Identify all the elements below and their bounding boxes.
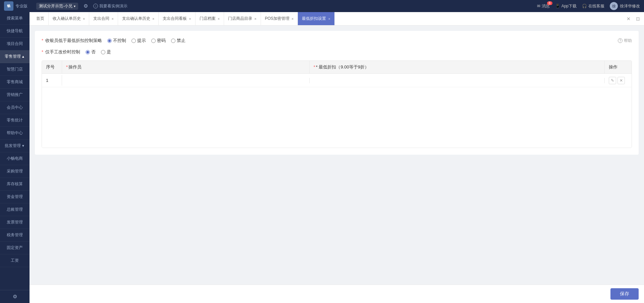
customer-service-tool[interactable]: 🎧 在线客服 xyxy=(582,3,604,9)
policy-radio-3[interactable] xyxy=(171,39,175,43)
project-selector[interactable]: 测试分开示范-小兄 ▾ xyxy=(36,3,78,10)
sidebar-item-6[interactable]: 营销推广 xyxy=(0,89,30,101)
cell-seq-0: 1 xyxy=(42,75,62,86)
main-layout: 搜索菜单快捷导航项目合同零售管理▲智慧门店零售商城营销推广会员中心零售统计帮助中… xyxy=(0,12,644,303)
tab-0[interactable]: 首页 xyxy=(32,12,49,26)
manual-radio-0[interactable] xyxy=(86,50,90,54)
tab-bar: 首页收入确认单历史×支出合同×支出确认单历史×支出合同看板×门店档案×门店商品目… xyxy=(30,12,644,26)
manual-radio-1[interactable] xyxy=(101,50,105,54)
logo-icon: 畅 xyxy=(4,1,13,11)
avatar: 徐 xyxy=(610,2,618,10)
sidebar-item-16[interactable]: 发票管理 xyxy=(0,216,30,229)
policy-option-1[interactable]: 提示 xyxy=(131,38,146,44)
policy-label: * 收银员低于最低折扣控制策略 xyxy=(42,38,102,44)
sidebar-item-19[interactable]: 工资 xyxy=(0,254,30,267)
tab-1[interactable]: 收入确认单历史× xyxy=(49,12,89,26)
cell-discount-0 xyxy=(310,78,605,83)
sidebar-item-7[interactable]: 会员中心 xyxy=(0,101,30,114)
sidebar-item-1[interactable]: 快捷导航 xyxy=(0,25,30,38)
manual-option-0[interactable]: 否 xyxy=(86,49,96,55)
tab-label-0: 首页 xyxy=(36,16,44,21)
tab-3[interactable]: 支出确认单历史× xyxy=(118,12,159,26)
sidebar-item-14[interactable]: 资金管理 xyxy=(0,191,30,203)
col-discount-header: * 最低折扣（9.00等于9折） xyxy=(310,61,605,73)
help-link[interactable]: ? 帮助 xyxy=(618,38,632,44)
sidebar-item-9[interactable]: 帮助中心 xyxy=(0,127,30,140)
sidebar-item-12[interactable]: 采购管理 xyxy=(0,165,30,178)
manual-option-1[interactable]: 是 xyxy=(101,49,111,55)
sidebar-item-0[interactable]: 搜索菜单 xyxy=(0,12,30,25)
tab-close-icon-2[interactable]: × xyxy=(111,17,113,21)
table-empty-area xyxy=(42,87,632,148)
tab-close-icon-5[interactable]: × xyxy=(218,17,220,21)
policy-row: * 收银员低于最低折扣控制策略 不控制提示密码禁止 ? 帮助 xyxy=(42,38,632,44)
policy-radio-0[interactable] xyxy=(107,39,112,43)
tab-5[interactable]: 门店档案× xyxy=(196,12,224,26)
settings-form-card: * 收银员低于最低折扣控制策略 不控制提示密码禁止 ? 帮助 * 仅手工改价时控… xyxy=(35,31,639,155)
user-menu[interactable]: 徐 徐泽华修改 xyxy=(610,2,640,10)
save-button[interactable]: 保存 xyxy=(610,288,639,300)
manual-row: * 仅手工改价时控制 否是 xyxy=(42,49,632,55)
message-badge: 8 xyxy=(547,1,552,5)
policy-option-label-1: 提示 xyxy=(137,38,146,44)
manual-label: * 仅手工改价时控制 xyxy=(42,49,80,55)
demo-circle-icon: ○ xyxy=(93,4,98,8)
app-download-label: App下载 xyxy=(561,3,577,9)
col-seq-header: 序号 xyxy=(42,61,62,73)
table-body: 1✎✕ xyxy=(42,74,632,87)
policy-radio-group: 不控制提示密码禁止 xyxy=(107,38,185,44)
sidebar-item-13[interactable]: 库存核算 xyxy=(0,178,30,191)
tab-close-icon-1[interactable]: × xyxy=(83,17,85,21)
sidebar-item-11[interactable]: 小畅电商 xyxy=(0,152,30,165)
tab-label-3: 支出确认单历史 xyxy=(122,16,150,21)
col-operator-header: 操作员 xyxy=(62,61,310,73)
close-tab-icon[interactable]: ✕ xyxy=(625,15,632,22)
delete-row-button-0[interactable]: ✕ xyxy=(618,77,625,84)
demo-link[interactable]: ○ 我要看实例演示 xyxy=(93,3,127,9)
sidebar-item-15[interactable]: 总账管理 xyxy=(0,203,30,216)
tab-6[interactable]: 门店商品目录× xyxy=(224,12,261,26)
sidebar-item-4[interactable]: 智慧门店 xyxy=(0,63,30,76)
app-edition: 专业版 xyxy=(15,3,28,9)
message-tool[interactable]: ✉ 消息 8 xyxy=(537,3,550,9)
sidebar-settings-button[interactable]: ⚙ xyxy=(0,290,30,303)
tab-2[interactable]: 支出合同× xyxy=(89,12,118,26)
tab-label-8: 最低折扣设置 xyxy=(302,16,326,21)
headset-icon: 🎧 xyxy=(582,4,587,8)
col-actions-header: 操作 xyxy=(605,61,632,73)
policy-option-0[interactable]: 不控制 xyxy=(107,38,126,44)
tab-label-2: 支出合同 xyxy=(93,16,109,21)
sidebar-item-3[interactable]: 零售管理▲ xyxy=(0,50,30,63)
sidebar-item-18[interactable]: 固定资产 xyxy=(0,242,30,254)
sidebar-item-2[interactable]: 项目合同 xyxy=(0,38,30,50)
tab-close-icon-7[interactable]: × xyxy=(291,17,293,21)
sidebar-item-8[interactable]: 零售统计 xyxy=(0,114,30,127)
policy-radio-2[interactable] xyxy=(151,39,156,43)
sidebar-item-10[interactable]: 批发管理▼ xyxy=(0,140,30,152)
tab-close-icon-3[interactable]: × xyxy=(152,17,154,21)
tab-4[interactable]: 支出合同看板× xyxy=(159,12,195,26)
policy-option-label-3: 禁止 xyxy=(177,38,185,44)
policy-radio-1[interactable] xyxy=(131,39,136,43)
tab-actions: ✕ ⊡ xyxy=(625,15,641,22)
tab-close-icon-6[interactable]: × xyxy=(254,17,256,21)
sidebar-arrow-icon-3: ▲ xyxy=(21,55,25,58)
policy-option-label-2: 密码 xyxy=(157,38,166,44)
user-name: 徐泽华修改 xyxy=(620,3,640,9)
manual-option-label-0: 否 xyxy=(91,49,96,55)
maximize-tab-icon[interactable]: ⊡ xyxy=(635,15,641,22)
sidebar-item-17[interactable]: 税务管理 xyxy=(0,229,30,242)
manual-radio-group: 否是 xyxy=(86,49,111,55)
policy-option-2[interactable]: 密码 xyxy=(151,38,166,44)
chevron-down-icon: ▾ xyxy=(74,4,75,8)
app-download-tool[interactable]: 📱 App下载 xyxy=(555,3,577,9)
tab-8[interactable]: 最低折扣设置× xyxy=(298,12,334,26)
topbar-settings-icon[interactable]: ⚙ xyxy=(84,3,88,9)
tab-close-icon-8[interactable]: × xyxy=(328,17,330,21)
policy-option-3[interactable]: 禁止 xyxy=(171,38,185,44)
tab-close-icon-4[interactable]: × xyxy=(189,17,191,21)
tab-7[interactable]: POS加密管理× xyxy=(261,12,298,26)
edit-row-button-0[interactable]: ✎ xyxy=(609,77,616,84)
discount-table: 序号 操作员 * 最低折扣（9.00等于9折） 操作 1✎✕ xyxy=(42,60,632,148)
sidebar-item-5[interactable]: 零售商城 xyxy=(0,76,30,89)
